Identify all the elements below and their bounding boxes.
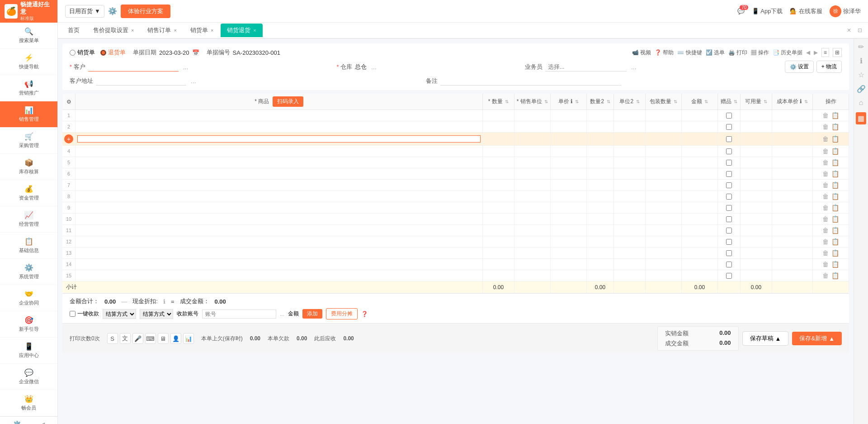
- copy-row-6[interactable]: 📋: [831, 170, 839, 177]
- calendar-icon[interactable]: 📅: [192, 49, 199, 56]
- copy-row-2[interactable]: 📋: [831, 123, 839, 130]
- grid-view-icon[interactable]: ⊞: [833, 48, 842, 57]
- account-input[interactable]: [202, 310, 276, 319]
- close-tab-btn[interactable]: ✕: [844, 26, 854, 35]
- delete-row-5[interactable]: 🗑: [822, 159, 829, 166]
- price-sort-icon[interactable]: ⇅: [575, 99, 579, 104]
- delete-row-14[interactable]: 🗑: [822, 261, 829, 268]
- delete-row-15[interactable]: 🗑: [822, 272, 829, 279]
- one-click-checkbox[interactable]: [70, 311, 75, 317]
- address-input[interactable]: [96, 76, 186, 86]
- video-btn[interactable]: 📹 视频: [632, 49, 651, 57]
- sidebar-item-sales[interactable]: 📊 销售管理: [0, 101, 57, 128]
- delete-row-3[interactable]: 🗑: [822, 135, 829, 143]
- copy-row-3[interactable]: 📋: [831, 135, 839, 143]
- sidebar-item-marketing[interactable]: 📢 营销推广: [0, 75, 57, 101]
- icon-chart[interactable]: 📊: [183, 333, 194, 344]
- product-cell-1[interactable]: [75, 110, 483, 121]
- delete-row-9[interactable]: 🗑: [822, 204, 829, 211]
- save-draft-btn[interactable]: 保存草稿 ▲: [742, 331, 789, 346]
- gear-icon-table[interactable]: ⚙: [66, 99, 71, 105]
- sidebar-item-wechat[interactable]: 💬 企业微信: [0, 364, 57, 390]
- delete-row-12[interactable]: 🗑: [822, 238, 829, 245]
- print-btn[interactable]: 🖨️ 打印: [728, 49, 747, 57]
- gift-check-14[interactable]: [726, 262, 732, 267]
- add-payment-btn[interactable]: 添加: [302, 309, 322, 319]
- shortcut-btn[interactable]: ⌨️ 快捷键: [677, 49, 702, 57]
- gift-sort-icon[interactable]: ⇅: [734, 99, 737, 104]
- tab-sales-order[interactable]: 销售订单 ×: [141, 24, 183, 37]
- sidebar-item-system[interactable]: ⚙️ 系统管理: [0, 259, 57, 285]
- app-download-btn[interactable]: 📱 App下载: [752, 7, 783, 15]
- history-btn[interactable]: 📑 历史单据: [773, 49, 802, 57]
- gift-check-3[interactable]: [726, 136, 732, 142]
- delete-row-8[interactable]: 🗑: [822, 193, 829, 200]
- panel-chart-icon[interactable]: ▦: [856, 112, 866, 124]
- product-input-active[interactable]: [77, 135, 481, 143]
- address-dots-btn[interactable]: ...: [189, 77, 198, 85]
- sidebar-item-inventory[interactable]: 📦 库存核算: [0, 154, 57, 180]
- panel-link-icon[interactable]: 🔗: [857, 85, 866, 93]
- delete-row-6[interactable]: 🗑: [822, 170, 829, 177]
- tab-price-settings[interactable]: 售价提取设置 ×: [87, 24, 140, 37]
- gift-check-9[interactable]: [726, 205, 732, 211]
- sidebar-item-purchase[interactable]: 🛒 采购管理: [0, 128, 57, 154]
- copy-row-11[interactable]: 📋: [831, 227, 839, 234]
- panel-star-icon[interactable]: ☆: [858, 71, 864, 79]
- icon-mic[interactable]: 🎤: [132, 333, 143, 344]
- copy-row-4[interactable]: 📋: [831, 148, 839, 155]
- panel-info-icon[interactable]: ℹ: [860, 57, 863, 65]
- qty2-sort-icon[interactable]: ⇅: [607, 99, 610, 104]
- copy-row-9[interactable]: 📋: [831, 204, 839, 211]
- costprice-sort-icon[interactable]: ⇅: [804, 99, 808, 104]
- delete-row-1[interactable]: 🗑: [822, 112, 829, 119]
- delete-row-4[interactable]: 🗑: [822, 148, 829, 155]
- nav-prev-icon[interactable]: ◀: [806, 49, 810, 56]
- experience-btn[interactable]: 体验行业方案: [121, 5, 170, 18]
- costprice-info-icon[interactable]: ℹ: [800, 98, 802, 105]
- icon-s[interactable]: S: [107, 333, 118, 344]
- price-info-icon[interactable]: ℹ: [571, 98, 573, 105]
- copy-row-10[interactable]: 📋: [831, 215, 839, 223]
- radio-return[interactable]: 退货单: [100, 48, 126, 57]
- delete-row-10[interactable]: 🗑: [822, 215, 829, 223]
- customer-dots-btn[interactable]: ...: [181, 63, 190, 71]
- gift-check-7[interactable]: [726, 182, 732, 188]
- settings-icon[interactable]: ⚙️: [13, 420, 22, 424]
- tab-close-salesorder[interactable]: ×: [174, 28, 176, 33]
- icon-monitor[interactable]: 🖥: [158, 333, 169, 344]
- gift-check-13[interactable]: [726, 250, 732, 256]
- gift-check-5[interactable]: [726, 160, 732, 166]
- copy-row-12[interactable]: 📋: [831, 238, 839, 245]
- tab-close-salesbill[interactable]: ×: [211, 28, 213, 33]
- qty-sort-icon[interactable]: ⇅: [505, 99, 509, 104]
- radio-sales[interactable]: 销货单: [70, 48, 95, 57]
- add-row-btn[interactable]: +: [64, 134, 73, 143]
- tab-home[interactable]: 首页: [61, 24, 86, 37]
- sidebar-item-search[interactable]: 🔍 搜索菜单: [0, 23, 57, 49]
- sidebar-item-finance[interactable]: 💰 资金管理: [0, 180, 57, 206]
- copy-row-14[interactable]: 📋: [831, 261, 839, 268]
- tab-sales-bill[interactable]: 销货单 ×: [184, 24, 220, 37]
- sidebar-item-member[interactable]: 👑 畅会员: [0, 390, 57, 416]
- calc-method-select[interactable]: 结算方式: [140, 309, 173, 319]
- save-new-btn[interactable]: 保存&新增 ▲: [792, 332, 842, 345]
- unit2-sort-icon[interactable]: ⇅: [636, 99, 640, 104]
- sidebar-item-appstore[interactable]: 📱 应用中心: [0, 338, 57, 364]
- delete-row-13[interactable]: 🗑: [822, 249, 829, 257]
- icon-person[interactable]: 👤: [170, 333, 181, 344]
- gift-check-12[interactable]: [726, 239, 732, 245]
- add-logistics-btn[interactable]: + 物流: [816, 61, 842, 73]
- panel-edit-icon[interactable]: ✏: [858, 43, 864, 51]
- online-service-btn[interactable]: 💁 在线客服: [790, 7, 822, 15]
- gift-check-1[interactable]: [726, 113, 732, 119]
- delete-row-11[interactable]: 🗑: [822, 227, 829, 234]
- copy-row-13[interactable]: 📋: [831, 249, 839, 257]
- icon-keyboard[interactable]: ⌨: [145, 333, 156, 344]
- warehouse-dots-btn[interactable]: ...: [369, 63, 378, 71]
- message-btn[interactable]: 💬 70: [737, 8, 745, 14]
- avail-sort-icon[interactable]: ⇅: [764, 99, 767, 104]
- copy-row-1[interactable]: 📋: [831, 112, 839, 119]
- gift-check-10[interactable]: [726, 216, 732, 222]
- user-menu[interactable]: 徐 徐泽华: [830, 5, 861, 17]
